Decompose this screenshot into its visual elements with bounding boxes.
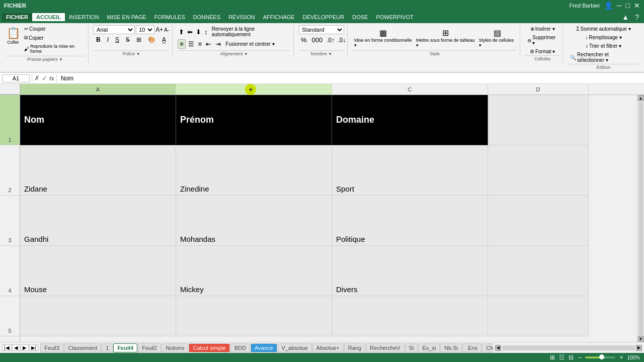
help-icon[interactable]: ?: [632, 12, 642, 22]
cell-d2[interactable]: [488, 145, 589, 196]
sheet-tab-classement[interactable]: Classement: [64, 343, 101, 352]
row-header-2[interactable]: 2: [0, 145, 20, 196]
inserer-button[interactable]: ⊕ Insérer ▾: [528, 25, 557, 33]
sheet-tab-bdd[interactable]: BDD: [230, 343, 250, 352]
sheet-tab-1[interactable]: 1: [102, 343, 113, 352]
cell-b3[interactable]: Mohandas: [176, 196, 332, 246]
menu-developpeur[interactable]: DÉVELOPPEUR: [299, 13, 349, 21]
percent-icon[interactable]: %: [299, 35, 309, 45]
font-family-select[interactable]: Arial: [94, 25, 135, 34]
bold-button[interactable]: B: [94, 35, 103, 44]
number-format-select[interactable]: Standard: [299, 25, 344, 34]
cell-c3[interactable]: Politique: [332, 196, 488, 246]
zoom-slider[interactable]: [585, 356, 615, 358]
cell-d4[interactable]: [488, 246, 589, 296]
cell-a5[interactable]: [20, 296, 176, 336]
cell-b5[interactable]: [176, 296, 332, 336]
cell-a2[interactable]: Zidane: [20, 145, 176, 196]
conditional-format-button[interactable]: ▦ Mise en forme conditionnelle ▾: [353, 27, 414, 49]
col-header-b[interactable]: + B: [176, 84, 332, 95]
cell-c2[interactable]: Sport: [332, 145, 488, 196]
increase-decimal-icon[interactable]: .0↑: [326, 36, 336, 44]
font-color-button[interactable]: A̲: [159, 35, 169, 44]
normal-view-icon[interactable]: ⊞: [550, 354, 555, 361]
cell-d3[interactable]: [488, 196, 589, 246]
restore-icon[interactable]: □: [626, 2, 630, 10]
sheet-nav-next[interactable]: ▶: [21, 344, 29, 351]
sheet-tab-recherchev[interactable]: RechercheV: [366, 343, 405, 352]
supprimer-button[interactable]: ⊖ Supprimer ▾: [525, 34, 559, 47]
menu-formules[interactable]: FORMULES: [150, 13, 189, 21]
col-header-c[interactable]: C: [332, 84, 488, 95]
increase-font-icon[interactable]: A+: [155, 26, 163, 33]
sheet-nav-prev[interactable]: ◀: [12, 344, 20, 351]
col-header-d[interactable]: D: [488, 84, 589, 95]
sheet-nav-last[interactable]: ▶|: [29, 344, 39, 351]
cell-a4[interactable]: Mouse: [20, 246, 176, 296]
copier-button[interactable]: ⧉ Copier: [22, 34, 85, 42]
row-header-4[interactable]: 4: [0, 246, 20, 296]
decrease-font-icon[interactable]: A-: [164, 27, 169, 33]
cell-c1[interactable]: Domaine: [332, 95, 488, 145]
somme-button[interactable]: Σ Somme automatique ▾: [574, 25, 632, 33]
row-header-5[interactable]: 5: [0, 296, 20, 336]
sheet-nav-first[interactable]: |◀: [2, 344, 12, 351]
zoom-in-icon[interactable]: +: [619, 354, 623, 361]
sheet-tab-v-absolue[interactable]: V_absolue: [278, 343, 312, 352]
increase-indent-icon[interactable]: ⇥: [214, 40, 222, 48]
decrease-decimal-icon[interactable]: .0↓: [337, 36, 347, 44]
sheet-tab-absolue-plus[interactable]: Absolue+: [312, 343, 344, 352]
corner-cell[interactable]: [0, 84, 20, 95]
remplissage-button[interactable]: ↓ Remplissage ▾: [583, 34, 624, 41]
sheet-tab-ex-si[interactable]: Ex_si: [418, 343, 440, 352]
minimize-icon[interactable]: ─: [617, 2, 622, 10]
format-button[interactable]: ⚙ Format ▾: [528, 48, 557, 55]
italic-button[interactable]: I: [105, 35, 111, 44]
sheet-tab-nb-si[interactable]: Nb.Si: [440, 343, 462, 352]
fill-color-button[interactable]: 🎨: [145, 35, 158, 44]
horizontal-scrollbar[interactable]: ◀ ▶: [495, 344, 642, 351]
ribbon-collapse[interactable]: ▲: [619, 12, 632, 22]
sheet-tab-rang[interactable]: Rang: [344, 343, 365, 352]
align-center-icon[interactable]: ☰: [187, 40, 196, 48]
sheet-tab-feuil3[interactable]: Feuil3: [40, 343, 63, 352]
align-bottom-icon[interactable]: ⬇: [195, 28, 202, 36]
col-header-a[interactable]: A: [20, 84, 176, 95]
sheet-tab-choisir[interactable]: Choisir: [482, 343, 493, 352]
menu-mise-en-page[interactable]: MISE EN PAGE: [103, 13, 150, 21]
coller-button[interactable]: 📋 Coller: [5, 25, 21, 55]
text-direction-icon[interactable]: ↕: [203, 28, 209, 36]
cell-b4[interactable]: Mickey: [176, 246, 332, 296]
font-size-select[interactable]: 10: [136, 25, 154, 34]
align-top-icon[interactable]: ⬆: [178, 28, 185, 36]
close-icon[interactable]: ✕: [634, 2, 640, 10]
underline-button[interactable]: S: [113, 35, 122, 44]
wrap-text-button[interactable]: Renvoyer à la ligne automatiquement: [210, 25, 290, 38]
styles-cellules-button[interactable]: ▤ Styles de cellules ▾: [477, 27, 517, 49]
sheet-tab-calcul-simple[interactable]: Calcul simple: [189, 343, 229, 352]
cell-c4[interactable]: Divers: [332, 246, 488, 296]
menu-accueil[interactable]: ACCUEIL: [32, 13, 65, 21]
page-break-icon[interactable]: ⊟: [569, 354, 574, 361]
sheet-tab-avance[interactable]: Avancé: [251, 343, 277, 352]
page-layout-icon[interactable]: ☷: [559, 354, 565, 361]
cell-d5[interactable]: [488, 296, 589, 336]
row-header-3[interactable]: 3: [0, 196, 20, 246]
cell-c5[interactable]: [332, 296, 488, 336]
tableau-button[interactable]: ⊞ Mettre sous forme de tableau ▾: [415, 27, 476, 49]
menu-insertion[interactable]: INSERTION: [65, 13, 103, 21]
cell-a3[interactable]: Gandhi: [20, 196, 176, 246]
cell-b2[interactable]: Zinedine: [176, 145, 332, 196]
align-left-icon[interactable]: ≡: [178, 39, 186, 49]
align-middle-icon[interactable]: ⬅: [186, 28, 194, 36]
merge-center-button[interactable]: Fusionner et centrer ▾: [223, 40, 276, 48]
menu-powerpivot[interactable]: POWERPIVOT: [372, 13, 418, 21]
sheet-tab-feuil2[interactable]: Feuil2: [138, 343, 161, 352]
rechercher-button[interactable]: 🔍 Rechercher et sélectionner ▾: [568, 51, 639, 64]
sheet-tab-ens[interactable]: .Ens: [462, 343, 481, 352]
menu-dose[interactable]: DOSE: [348, 13, 372, 21]
cancel-formula-icon[interactable]: ✗: [34, 74, 40, 82]
sheet-tab-notions[interactable]: Notions: [162, 343, 188, 352]
couper-button[interactable]: ✂ Couper: [22, 25, 85, 33]
insert-function-icon[interactable]: fx: [49, 75, 54, 81]
